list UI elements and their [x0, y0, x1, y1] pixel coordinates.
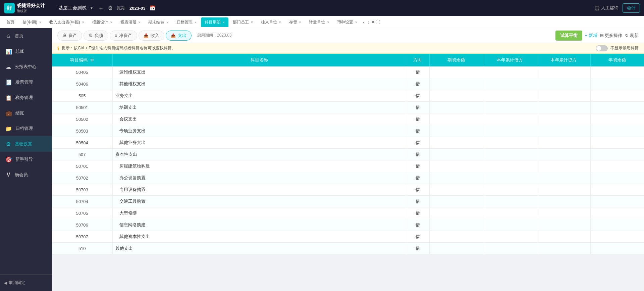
- sidebar-item-basic-settings[interactable]: ⚙ 基础设置: [0, 136, 52, 152]
- cell-direction: 借: [406, 219, 429, 231]
- tab-archive[interactable]: 归档管理 ×: [173, 17, 200, 27]
- cell-ytd-credit: [537, 113, 590, 125]
- sidebar-label-archive: 归档管理: [15, 126, 33, 132]
- tab-income-report[interactable]: 收入支出表(年报) ×: [46, 17, 88, 27]
- tab-close-icon[interactable]: ×: [223, 20, 225, 24]
- sidebar-item-invoice[interactable]: 🧾 发票管理: [0, 75, 52, 90]
- tab-close-icon[interactable]: ×: [195, 20, 197, 24]
- cell-code: 50705: [52, 207, 112, 219]
- sidebar-item-member[interactable]: V 畅会员: [0, 167, 52, 183]
- settings-icon[interactable]: ⚙: [108, 5, 113, 11]
- tab-close-icon[interactable]: ×: [251, 20, 253, 24]
- tab-period-transfer[interactable]: 期末结转 ×: [145, 17, 172, 27]
- sub-tab-assets[interactable]: 🏛 资产: [57, 31, 82, 41]
- table-row[interactable]: 50704 交通工具购置 借: [52, 196, 644, 207]
- tab-department[interactable]: 部门员工 ×: [229, 17, 257, 27]
- cell-name: 培训支出: [112, 102, 406, 113]
- tab-close-icon[interactable]: ×: [299, 20, 301, 24]
- sidebar-item-close-accounts[interactable]: 💼 结账: [0, 105, 52, 121]
- cell-direction: 借: [406, 231, 429, 243]
- tab-close-icon[interactable]: ×: [39, 20, 41, 24]
- cell-direction: 借: [406, 78, 429, 90]
- cell-code: 50502: [52, 113, 112, 125]
- table-row[interactable]: 507 资本性支出 借: [52, 149, 644, 160]
- collapse-sidebar-button[interactable]: ◀ 取消固定: [4, 279, 48, 287]
- sidebar-item-archive[interactable]: 📁 归档管理: [0, 121, 52, 136]
- tab-close-icon[interactable]: ×: [327, 20, 329, 24]
- table-row[interactable]: 50707 其他资本性支出 借: [52, 231, 644, 243]
- notice-bar: ℹ 提示：按Ctrl + F键并输入科目编码或者科目名称可以查找科目。 不显示禁…: [52, 43, 644, 54]
- cell-direction: 借: [406, 172, 429, 184]
- column-settings-icon[interactable]: ⚙: [90, 58, 94, 62]
- disable-toggle[interactable]: [596, 45, 608, 51]
- company-dropdown-icon[interactable]: ▾: [91, 6, 93, 10]
- tab-estimate[interactable]: 估(中期) ×: [19, 17, 45, 27]
- table-row[interactable]: 50501 培训支出 借: [52, 102, 644, 113]
- cell-ytd-debit: [483, 90, 537, 102]
- sub-tab-bar: 🏛 资产 负 负债 ≡ 净资产 📥 收入 📤 支出 启用期间：2023.03 试…: [52, 28, 644, 43]
- company-name[interactable]: 基层工会测试: [58, 5, 87, 11]
- table-row[interactable]: 50502 会议支出 借: [52, 113, 644, 125]
- cell-name: 专项业务支出: [112, 125, 406, 137]
- refresh-button[interactable]: ↻ 刷新: [625, 33, 639, 39]
- table-row[interactable]: 50705 大型修缮 借: [52, 207, 644, 219]
- more-actions-button[interactable]: ⊞ 更多操作: [600, 33, 623, 39]
- add-company-button[interactable]: ＋: [98, 4, 104, 12]
- sidebar-label-guide: 新手引导: [15, 156, 33, 162]
- sub-tab-liabilities[interactable]: 负 负债: [84, 31, 108, 41]
- cell-ytd-credit: [537, 160, 590, 172]
- tab-label: 首页: [6, 19, 14, 25]
- table-row[interactable]: 50504 其他业务支出 借: [52, 137, 644, 149]
- tab-close-icon[interactable]: ×: [166, 20, 168, 24]
- accounting-button[interactable]: 会计: [623, 3, 640, 13]
- cell-ytd-debit: [483, 196, 537, 207]
- archive-icon: 📁: [5, 126, 12, 132]
- tab-tax-table[interactable]: 税表清册 ×: [117, 17, 144, 27]
- tab-subject-init[interactable]: 科目期初 ×: [201, 17, 228, 27]
- tab-close-icon[interactable]: ×: [139, 20, 141, 24]
- table-row[interactable]: 50702 办公设备购置 借: [52, 172, 644, 184]
- sidebar-item-ledger[interactable]: 📊 总账: [0, 44, 52, 59]
- tab-close-all-button[interactable]: ×: [371, 19, 374, 25]
- content-wrapper: ⌂ 首页 📊 总账 ☁ 云报表中心 🧾 发票管理 📋 税务管理 💼 结账 📁 归…: [0, 28, 644, 291]
- calendar-icon[interactable]: 📅: [150, 5, 155, 11]
- tab-close-icon[interactable]: ×: [355, 20, 357, 24]
- table-row[interactable]: 50706 信息网络购建 借: [52, 219, 644, 231]
- sub-tab-label: 资产: [68, 33, 77, 39]
- sub-tab-expenditure[interactable]: 📤 支出: [166, 31, 192, 41]
- tab-close-icon[interactable]: ×: [82, 20, 84, 24]
- tab-prev-button[interactable]: ‹: [362, 19, 366, 25]
- sub-tab-net-assets[interactable]: ≡ 净资产: [110, 31, 137, 41]
- sidebar-item-reports[interactable]: ☁ 云报表中心: [0, 59, 52, 75]
- calculate-balance-button[interactable]: 试算平衡: [555, 31, 582, 41]
- sub-tab-income[interactable]: 📥 收入: [139, 31, 164, 41]
- cell-year-begin: [590, 231, 644, 243]
- sidebar-item-home[interactable]: ⌂ 首页: [0, 28, 52, 44]
- table-row[interactable]: 50405 运维维权支出 借: [52, 66, 644, 78]
- cell-opening-balance: [429, 184, 483, 196]
- tab-close-icon[interactable]: ×: [110, 20, 112, 24]
- table-row[interactable]: 50701 房屋建筑物购建 借: [52, 160, 644, 172]
- help-button[interactable]: 🎧 人工咨询: [594, 5, 619, 11]
- table-row[interactable]: 50703 专用设备购置 借: [52, 184, 644, 196]
- tab-currency[interactable]: 币种设置 ×: [333, 17, 361, 27]
- tab-template[interactable]: 模版设计 ×: [89, 17, 116, 27]
- table-scroll[interactable]: 科目编码 ⚙ 科目名称 方向 期初余额 本年累计借方 本年累计贷方 年初余额: [52, 54, 644, 291]
- table-row[interactable]: 50406 其他维权支出 借: [52, 78, 644, 90]
- table-row[interactable]: 510 其他支出 借: [52, 243, 644, 254]
- sidebar-item-tax[interactable]: 📋 税务管理: [0, 90, 52, 105]
- tab-transaction-unit[interactable]: 往来单位 ×: [257, 17, 285, 27]
- subject-table: 科目编码 ⚙ 科目名称 方向 期初余额 本年累计借方 本年累计贷方 年初余额: [52, 54, 644, 254]
- tab-homepage[interactable]: 首页: [3, 17, 18, 27]
- tab-close-icon[interactable]: ×: [279, 20, 281, 24]
- table-row[interactable]: 50503 专项业务支出 借: [52, 125, 644, 137]
- cell-opening-balance: [429, 243, 483, 254]
- tab-fullscreen-button[interactable]: ⛶: [375, 19, 380, 25]
- sidebar-item-guide[interactable]: 🎯 新手引导: [0, 152, 52, 167]
- tab-next-button[interactable]: ›: [367, 19, 371, 25]
- table-row[interactable]: 505 业务支出 借: [52, 90, 644, 102]
- sidebar-label-tax: 税务管理: [15, 95, 33, 101]
- add-subject-button[interactable]: + 新增: [585, 33, 597, 39]
- tab-inventory[interactable]: 存货 ×: [285, 17, 305, 27]
- tab-measure-unit[interactable]: 计量单位 ×: [305, 17, 333, 27]
